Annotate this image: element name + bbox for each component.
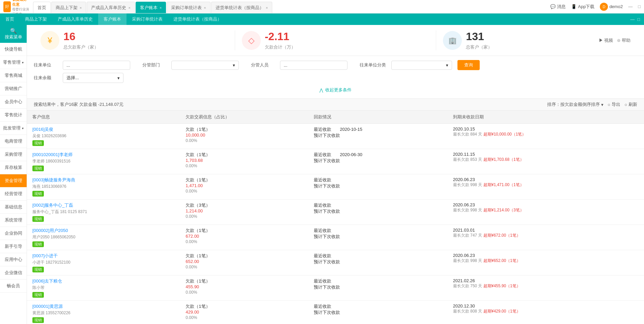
sort-select[interactable]: 排序：按欠款金额倒序排序 ▾: [547, 101, 604, 108]
table-row: [000001]黄思源 黄思源 13552700226 现销 欠款（1笔） 42…: [27, 301, 644, 324]
overdue-days: 最长欠款 998 天 超期¥1,471.00（1笔）: [453, 182, 639, 188]
yuan-icon: ¥: [40, 31, 59, 50]
overdue-amount[interactable]: 超期¥429.00（1笔）: [483, 309, 521, 314]
tab-close-customer-account[interactable]: ×: [160, 6, 162, 10]
customer-name-link[interactable]: [000002]用户2050: [32, 228, 175, 234]
sidebar-item-system[interactable]: 系统管理: [0, 214, 27, 227]
overdue-amount[interactable]: 超期¥1,471.00（1笔）: [483, 182, 524, 187]
tab-inbound-stats[interactable]: 进货单统计表（按商品） ×: [211, 2, 272, 13]
debt-ratio: 0.00%: [186, 239, 303, 244]
stat-total-customers: 🏢 131 总客户（家） ▶ 视频 ⊙ 帮助: [436, 30, 637, 50]
nav-product-offline[interactable]: 商品上下架: [20, 13, 52, 25]
overdue-amount[interactable]: 超期¥10,000.00（1笔）: [483, 132, 526, 137]
nav-inbound-stats[interactable]: 进货单统计表（按商品）: [168, 13, 227, 25]
overdue-amount[interactable]: 超期¥1,214.00（3笔）: [483, 208, 524, 212]
overdue-amount[interactable]: 超期¥672.00（1笔）: [483, 233, 521, 238]
customer-name-link[interactable]: [0002]服务中心_丁磊: [32, 202, 175, 208]
tab-product-history[interactable]: 产成品入库单历史 ×: [87, 2, 135, 13]
top-nav: 首页 商品上下架 产成品入库单历史 客户账本 采购订单统计表 进货单统计表（按商…: [0, 13, 644, 25]
tab-home[interactable]: 首页: [33, 2, 51, 13]
tab-close-purchase-order[interactable]: ×: [204, 6, 206, 10]
sidebar-item-quick-nav[interactable]: 快捷导航: [0, 43, 27, 56]
sidebar-search[interactable]: 🔍 搜索菜单: [0, 25, 27, 43]
sidebar-item-basic-info[interactable]: 基础信息: [0, 201, 27, 214]
collapse-btn[interactable]: ⋀ 收起更多条件: [34, 86, 637, 94]
next-collect: 预计下次收款: [314, 234, 442, 240]
overdue-amount[interactable]: 超期¥652.00（1笔）: [483, 258, 521, 263]
search-button[interactable]: 查询: [457, 60, 480, 70]
table-header-row: 客户信息 欠款交易信息（占比） 回款情况 到期未收款日期: [27, 111, 644, 124]
last-collect: 最近收款: [314, 303, 442, 310]
minimize-btn[interactable]: —: [628, 4, 633, 9]
tab-product-offline[interactable]: 商品上下架 ×: [51, 2, 86, 13]
sidebar-item-enterprise-wechat[interactable]: 企业微信: [0, 266, 27, 279]
sidebar-item-retail-store[interactable]: 零售商城: [0, 69, 27, 82]
tab-customer-account[interactable]: 客户账本 ×: [136, 2, 166, 13]
nav-product-history[interactable]: 产成品入库单历史: [52, 13, 98, 25]
export-icon: ○: [608, 102, 610, 107]
tab-close-product-offline[interactable]: ×: [80, 6, 82, 10]
sidebar-item-new-guide[interactable]: 新手引导: [0, 240, 27, 253]
stat-debt-customers: ¥ 16 总欠款客户（家）: [34, 30, 235, 50]
debt-ratio: 0.00%: [186, 290, 303, 295]
nav-close-btn[interactable]: — □: [626, 13, 644, 25]
debt-ratio: 0.00%: [186, 164, 303, 168]
sidebar-item-operations[interactable]: 经营管理: [0, 187, 27, 201]
user-avatar[interactable]: D demo2: [600, 3, 623, 11]
nav-customer-account[interactable]: 客户账本: [98, 13, 127, 25]
unit-type-input[interactable]: ▾: [391, 61, 452, 70]
sidebar-item-ecommerce[interactable]: 电商管理: [0, 135, 27, 148]
message-btn[interactable]: 💬 消息: [550, 4, 566, 10]
tab-purchase-order[interactable]: 采购订单统计表 ×: [167, 2, 210, 13]
debt-ratio: 0.00%: [186, 138, 303, 143]
export-btn[interactable]: ○ 导出: [608, 101, 620, 108]
nav-purchase-order[interactable]: 采购订单统计表: [127, 13, 168, 25]
video-btn[interactable]: ▶ 视频: [599, 37, 613, 43]
sidebar-item-member[interactable]: 会员中心: [0, 95, 27, 109]
customer-name-link[interactable]: [0003]畅捷服务尹海燕: [32, 177, 175, 183]
customer-name-link[interactable]: [0006]去下粮仓: [32, 278, 175, 284]
debt-count: 欠款（3笔）: [186, 202, 303, 208]
tab-close-product-history[interactable]: ×: [128, 6, 130, 10]
refresh-btn[interactable]: ○ 刷新: [624, 101, 637, 108]
due-date: 2020.06.23: [453, 202, 639, 207]
app-download-btn[interactable]: 📱 App下载: [571, 4, 594, 10]
chevron-down-icon-dept: ▾: [233, 63, 235, 68]
sidebar-item-purchase[interactable]: 采购管理: [0, 148, 27, 161]
next-collect: 预计下次收款: [314, 208, 442, 214]
nav-home[interactable]: 首页: [0, 13, 20, 25]
customer-name-link[interactable]: [000001]黄思源: [32, 303, 175, 310]
sidebar-item-vip-member[interactable]: 畅会员: [0, 279, 27, 293]
sort-label: 排序：按欠款金额倒序排序: [547, 101, 600, 108]
play-icon: ▶: [599, 38, 603, 43]
maximize-btn[interactable]: □: [638, 4, 641, 9]
person-input[interactable]: ...: [280, 61, 347, 70]
top-bar-right: 💬 消息 📱 App下载 D demo2 — □: [550, 3, 641, 11]
source-unit-input[interactable]: ...: [63, 61, 130, 70]
overdue-days: 最长欠款 884 天 超期¥10,000.00（1笔）: [453, 131, 639, 137]
sidebar-item-retail-mgmt[interactable]: 零售管理 ▾: [0, 56, 27, 69]
dept-input[interactable]: ▾: [171, 61, 239, 70]
sidebar-item-enterprise-coop[interactable]: 企业协同: [0, 227, 27, 240]
sidebar-item-inventory[interactable]: 库存核算: [0, 161, 27, 174]
sidebar-item-batch-mgmt[interactable]: 批发管理 ▾: [0, 122, 27, 135]
overdue-amount[interactable]: 超期¥455.90（1笔）: [483, 284, 521, 288]
sidebar-item-marketing[interactable]: 营销推广: [0, 82, 27, 95]
customer-tag: 现销: [32, 267, 44, 272]
balance-select[interactable]: 选择... ▾: [63, 73, 123, 83]
sidebar-item-app-center[interactable]: 应用中心: [0, 253, 27, 266]
customer-name-link[interactable]: [0001020001]李老师: [32, 152, 175, 158]
customer-tag: 现销: [32, 292, 44, 298]
help-btn[interactable]: ⊙ 帮助: [617, 37, 631, 43]
dept-label: 分管部门: [142, 62, 166, 68]
main-content: ¥ 16 总欠款客户（家） ◇ -2.11 欠款合计（万） 🏢: [27, 25, 644, 324]
sidebar-item-finance[interactable]: 资金管理: [0, 174, 27, 187]
customer-name-link[interactable]: [0016]吴俊: [32, 126, 175, 132]
customer-sub: 黄思源 13552700226: [32, 310, 175, 316]
debt-count: 欠款（1笔）: [186, 177, 303, 183]
customer-name-link[interactable]: [0007]小进干: [32, 253, 175, 259]
overdue-amount[interactable]: 超期¥1,703.68（1笔）: [483, 157, 524, 162]
unit-type-label: 往来单位分类: [360, 62, 386, 68]
sidebar-item-retail-stats[interactable]: 零售统计: [0, 109, 27, 122]
tab-close-inbound-stats[interactable]: ×: [266, 6, 268, 10]
